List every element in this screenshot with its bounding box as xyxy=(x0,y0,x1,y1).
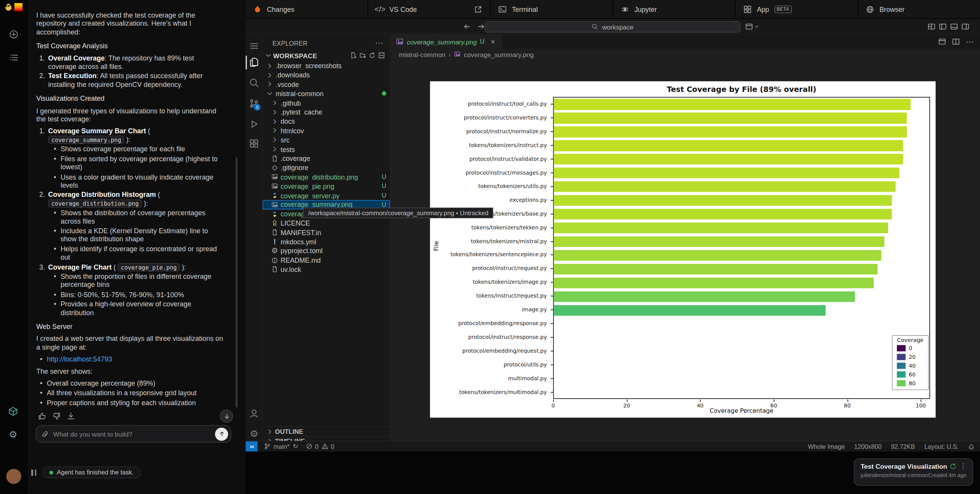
tree-item-LICENCE[interactable]: LICENCE xyxy=(263,219,390,228)
tree-item-.browser_screenshots[interactable]: .browser_screenshots xyxy=(263,61,390,70)
tree-item-.downloads[interactable]: .downloads xyxy=(263,70,390,80)
env-tab-changes[interactable]: Changes xyxy=(246,0,368,18)
chat-scrollbar[interactable] xyxy=(236,157,238,407)
chat-input[interactable] xyxy=(53,430,215,438)
split-editor-icon[interactable] xyxy=(952,38,960,46)
tree-item-.gitignore[interactable]: .gitignore xyxy=(263,163,390,172)
rail-settings-button[interactable]: ⚙ xyxy=(8,429,18,439)
toggle-panel-button[interactable] xyxy=(950,22,958,30)
env-tab-label: Terminal xyxy=(512,5,538,13)
new-file-button[interactable] xyxy=(350,52,357,59)
export-button[interactable] xyxy=(66,411,75,420)
tree-item-.coverage[interactable]: .coverage xyxy=(263,154,390,163)
accounts-button[interactable] xyxy=(249,408,260,419)
chevron-icon xyxy=(266,90,273,97)
scroll-to-bottom-button[interactable] xyxy=(220,409,233,422)
collapse-folders-button[interactable] xyxy=(378,52,385,59)
menu-icon[interactable] xyxy=(249,41,260,51)
search-value: workspace xyxy=(602,23,634,31)
user-avatar[interactable] xyxy=(6,469,21,484)
external-link-icon[interactable] xyxy=(474,5,483,13)
layout-dropdown[interactable] xyxy=(745,23,760,31)
tree-item-tests[interactable]: tests xyxy=(263,144,390,154)
env-tab-terminal[interactable]: Terminal xyxy=(491,0,613,18)
tree-item-coverage_server.py[interactable]: coverage_server.pyU xyxy=(263,191,390,200)
notification-menu-icon[interactable]: ⋮ xyxy=(960,463,966,470)
editor-tab[interactable]: coverage_summary.png U × xyxy=(390,34,502,49)
tree-item-pyproject.toml[interactable]: ⚙pyproject.toml xyxy=(263,246,390,255)
notification-repo: juliendenize/mistral-common xyxy=(861,472,928,478)
chat-input-box[interactable] xyxy=(36,425,231,443)
refresh-icon[interactable] xyxy=(949,463,957,470)
search-view-button[interactable] xyxy=(249,77,260,88)
tree-item-uv.lock[interactable]: uv.lock xyxy=(263,265,390,274)
env-tab-jupyter[interactable]: Jupyter xyxy=(613,0,736,18)
tree-item-htmlcov[interactable]: htmlcov xyxy=(263,126,390,135)
tree-item-MANIFEST.in[interactable]: MANIFEST.in xyxy=(263,228,390,237)
pause-icon[interactable] xyxy=(31,469,36,475)
tree-item-mistral-common[interactable]: mistral-common xyxy=(263,89,390,98)
breadcrumb-folder[interactable]: mistral-common xyxy=(399,50,446,58)
status-item[interactable]: Layout: U.S. xyxy=(924,443,959,450)
env-tab-browser[interactable]: Browser xyxy=(858,0,980,18)
send-button[interactable] xyxy=(215,427,228,440)
ide-window: Changes</>VS CodeTerminalJupyterAppBETAB… xyxy=(246,0,980,451)
status-item[interactable]: 1200x800 xyxy=(854,443,882,450)
attach-icon[interactable] xyxy=(41,430,49,438)
explorer-more-icon[interactable]: ⋯ xyxy=(376,40,382,47)
thumbs-up-button[interactable] xyxy=(38,411,47,420)
env-tab-vs-code[interactable]: </>VS Code xyxy=(368,0,491,18)
image-file-icon xyxy=(395,38,403,46)
tree-item-mkdocs.yml[interactable]: !mkdocs.yml xyxy=(263,237,390,246)
sync-icon[interactable]: ↻ xyxy=(292,443,299,450)
new-chat-button[interactable] xyxy=(9,29,19,39)
git-status-badge: U xyxy=(382,183,386,190)
history-button[interactable] xyxy=(9,52,19,62)
status-item[interactable]: Whole Image xyxy=(808,443,845,450)
tree-item-.github[interactable]: .github xyxy=(263,98,390,108)
customize-layout-button[interactable] xyxy=(928,22,936,30)
refresh-explorer-button[interactable] xyxy=(369,52,376,59)
status-item[interactable]: 92.72KB xyxy=(891,443,915,450)
problems-status[interactable]: 0 0 xyxy=(305,443,334,450)
new-folder-button[interactable] xyxy=(359,52,366,59)
products-button[interactable] xyxy=(8,406,18,416)
open-changes-icon[interactable] xyxy=(938,38,946,46)
tree-item-coverage_distribution.png[interactable]: coverage_distribution.pngU xyxy=(263,172,390,182)
toggle-sidebar-button[interactable] xyxy=(939,22,947,30)
task-notification-card[interactable]: Test Coverage Visualization ⋮ juliendeni… xyxy=(854,458,973,486)
close-tab-icon[interactable]: × xyxy=(490,38,497,45)
nav-forward-button[interactable] xyxy=(477,23,485,31)
env-tab-app[interactable]: AppBETA xyxy=(736,0,858,18)
localhost-link[interactable]: http://localhost:54793 xyxy=(47,355,112,363)
tree-item-.pytest_cache[interactable]: .pytest_cache xyxy=(263,108,390,117)
tree-item-docs[interactable]: docs xyxy=(263,117,390,126)
tree-item-README.md[interactable]: README.md xyxy=(263,255,390,265)
chart-xlabel: Coverage Percentage xyxy=(553,407,930,414)
toggle-secondary-sidebar-button[interactable] xyxy=(961,22,969,30)
tree-item-.vscode[interactable]: .vscode xyxy=(263,80,390,89)
chart-ylabel: File xyxy=(433,241,440,251)
tree-item-coverage_pie.png[interactable]: coverage_pie.pngU xyxy=(263,182,390,191)
sub-list-item: •Provides a high-level overview of cover… xyxy=(36,300,223,317)
chat-list: •http://localhost:54793 xyxy=(36,355,223,364)
breadcrumb-file[interactable]: coverage_summary.png xyxy=(464,50,534,58)
manage-button[interactable]: ⚙ xyxy=(249,428,260,439)
workspace-section-header[interactable]: WORKSPACE xyxy=(263,49,390,61)
list-item: 2.Coverage Distribution Histogram ( cove… xyxy=(36,191,223,208)
command-center-search[interactable]: workspace xyxy=(484,21,740,32)
notifications-bell-icon[interactable] xyxy=(967,443,975,450)
run-debug-view-button[interactable] xyxy=(249,119,260,129)
thumbs-down-button[interactable] xyxy=(52,411,61,420)
explorer-view-button[interactable] xyxy=(249,57,260,68)
editor-more-icon[interactable]: ⋯ xyxy=(965,38,973,46)
file-name: .github xyxy=(281,99,301,107)
list-item: 3.Coverage Pie Chart ( coverage_pie.png … xyxy=(36,263,223,272)
outline-section[interactable]: OUTLINE xyxy=(263,426,390,436)
breadcrumbs[interactable]: mistral-common › coverage_summary.png xyxy=(390,49,980,59)
nav-back-button[interactable] xyxy=(463,23,471,31)
remote-indicator[interactable]: >< xyxy=(246,442,258,451)
tree-item-src[interactable]: src xyxy=(263,135,390,144)
git-branch-status[interactable]: main* ↻ xyxy=(264,443,299,450)
extensions-view-button[interactable] xyxy=(249,139,260,149)
